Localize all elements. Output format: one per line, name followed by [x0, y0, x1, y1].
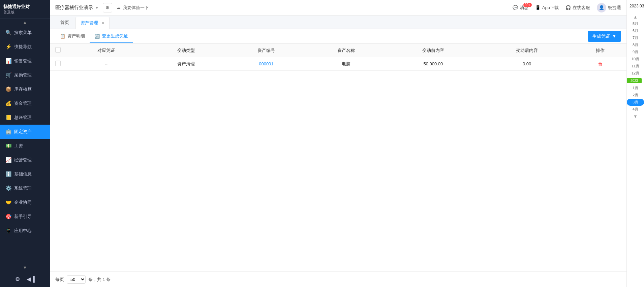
- timeline-month[interactable]: 10月: [627, 56, 644, 63]
- sidebar-item-app-center[interactable]: 📱 应用中心: [0, 224, 50, 238]
- tab-asset-management[interactable]: 资产管理 ✕: [75, 17, 110, 29]
- app-logo: 畅捷通好业财 普及版: [0, 0, 50, 19]
- sidebar-item-search-menu[interactable]: 🔍 搜索菜单: [0, 26, 50, 40]
- sidebar-item-ledger[interactable]: 📒 总账管理: [0, 110, 50, 125]
- sidebar-bottom-bar: ⚙ ◀▐: [0, 271, 50, 287]
- timeline-scroll-up[interactable]: ▲: [627, 13, 644, 20]
- topbar: 医疗器械行业演示 ▼ ⚙ ☁ 我要体验一下 💬 消息 99+ 📱 App下载 🎧…: [50, 0, 626, 15]
- row-after-change-cell: 0.00: [480, 57, 574, 71]
- sidebar-label-basic-info: 基础信息: [14, 171, 32, 177]
- sidebar-item-guide[interactable]: 🎯 新手引导: [0, 210, 50, 224]
- sidebar-scroll-up[interactable]: ▲: [0, 19, 50, 26]
- row-change-type-cell: 资产清理: [146, 57, 226, 71]
- timeline-month[interactable]: 11月: [627, 63, 644, 70]
- select-all-checkbox[interactable]: [55, 47, 61, 53]
- total-label: 条，共 1 条: [88, 277, 111, 283]
- sidebar-label-purchase: 采购管理: [14, 72, 32, 78]
- asset-change-table: 对应凭证 变动类型 资产编号 资产名称 变动前内容 变动后内容 操作: [50, 44, 626, 71]
- messages-button[interactable]: 💬 消息 99+: [513, 5, 528, 11]
- sidebar-label-guide: 新手引导: [14, 214, 32, 220]
- sidebar-item-system[interactable]: ⚙️ 系统管理: [0, 181, 50, 195]
- experience-label: 我要体验一下: [123, 5, 149, 11]
- timeline-month[interactable]: 12月: [627, 70, 644, 77]
- sidebar-label-ledger: 总账管理: [14, 115, 32, 121]
- sidebar: 畅捷通好业财 普及版 ▲ 🔍 搜索菜单⚡ 快捷导航📊 销售管理🛒 采购管理📦 库…: [0, 0, 50, 287]
- timeline-month[interactable]: 9月: [627, 49, 644, 56]
- timeline-month[interactable]: 5月: [627, 20, 644, 27]
- system-icon: ⚙️: [5, 185, 11, 191]
- company-arrow-icon: ▼: [95, 6, 99, 10]
- table-row: -- 资产清理 000001 电脑 50,000.00 0.00 🗑: [50, 57, 626, 71]
- col-operation: 操作: [574, 44, 626, 57]
- operations-icon: 📈: [5, 157, 11, 163]
- sidebar-scroll-down[interactable]: ▼: [0, 264, 50, 271]
- sidebar-item-purchase[interactable]: 🛒 采购管理: [0, 68, 50, 82]
- app-edition: 普及版: [3, 10, 47, 14]
- app-center-icon: 📱: [5, 228, 11, 234]
- user-profile-button[interactable]: 👤 畅捷通: [597, 3, 621, 12]
- sub-tab-asset-detail[interactable]: 📋 资产明细: [55, 30, 90, 43]
- topbar-right: 💬 消息 99+ 📱 App下载 🎧 在线客服 👤 畅捷通: [513, 3, 621, 12]
- sub-tab-change-voucher[interactable]: 🔄 变更生成凭证: [90, 30, 133, 43]
- close-tab-icon[interactable]: ✕: [101, 21, 104, 25]
- year-label-2023: 2023: [627, 78, 642, 83]
- sidebar-item-enterprise[interactable]: 🤝 企业协同: [0, 195, 50, 210]
- sidebar-item-operations[interactable]: 📈 经营管理: [0, 153, 50, 167]
- col-asset-code: 资产编号: [226, 44, 306, 57]
- row-select-cell: [50, 57, 66, 71]
- right-panel-title: 2023.03: [630, 4, 644, 8]
- sidebar-item-finance[interactable]: 💰 资金管理: [0, 96, 50, 110]
- row-checkbox[interactable]: [55, 61, 61, 66]
- sales-icon: 📊: [5, 58, 11, 64]
- sidebar-item-inventory[interactable]: 📦 库存核算: [0, 82, 50, 96]
- collapse-icon[interactable]: ◀▐: [25, 274, 36, 284]
- per-page-select[interactable]: 50 10 20 100: [67, 275, 86, 284]
- sidebar-label-inventory: 库存核算: [14, 86, 32, 92]
- timeline-month[interactable]: 6月: [627, 27, 644, 34]
- online-support-label: 在线客服: [573, 5, 590, 11]
- finance-icon: 💰: [5, 100, 11, 106]
- row-voucher-cell: --: [66, 57, 146, 71]
- message-icon: 💬: [513, 5, 518, 10]
- sidebar-item-sales[interactable]: 📊 销售管理: [0, 54, 50, 68]
- sidebar-item-quick-nav[interactable]: ⚡ 快捷导航: [0, 40, 50, 54]
- experience-icon: ☁: [116, 5, 121, 10]
- purchase-icon: 🛒: [5, 72, 11, 78]
- timeline-month[interactable]: 3月: [627, 99, 644, 106]
- asset-code-link[interactable]: 000001: [259, 61, 273, 66]
- col-change-type: 变动类型: [146, 44, 226, 57]
- sidebar-label-quick-nav: 快捷导航: [14, 44, 32, 50]
- experience-button[interactable]: ☁ 我要体验一下: [116, 5, 149, 11]
- timeline-month[interactable]: 4月: [627, 106, 644, 113]
- content-area: 📋 资产明细 🔄 变更生成凭证 生成凭证 ▼ 对应凭证: [50, 29, 626, 287]
- sidebar-label-operations: 经营管理: [14, 157, 32, 163]
- company-selector[interactable]: 医疗器械行业演示 ▼: [55, 5, 99, 11]
- sidebar-label-system: 系统管理: [14, 185, 32, 191]
- sidebar-item-basic-info[interactable]: ℹ️ 基础信息: [0, 167, 50, 181]
- messages-badge: 99+: [523, 3, 532, 7]
- timeline: ▲ 5月6月7月8月9月10月11月12月 2023 1月2月3月4月 ▼: [627, 12, 644, 287]
- tab-home[interactable]: 首页: [55, 17, 74, 29]
- sidebar-label-fixed-assets: 固定资产: [14, 129, 32, 135]
- sidebar-item-payroll[interactable]: 💵 工资: [0, 139, 50, 153]
- ledger-icon: 📒: [5, 115, 11, 121]
- sidebar-item-fixed-assets[interactable]: 🏢 固定资产: [0, 125, 50, 139]
- sidebar-label-finance: 资金管理: [14, 100, 32, 106]
- online-support-button[interactable]: 🎧 在线客服: [565, 5, 590, 11]
- basic-info-icon: ℹ️: [5, 171, 11, 177]
- row-asset-name-cell: 电脑: [306, 57, 387, 71]
- delete-icon[interactable]: 🗑: [598, 61, 603, 67]
- enterprise-icon: 🤝: [5, 199, 11, 205]
- timeline-month[interactable]: 1月: [627, 85, 644, 92]
- sidebar-label-payroll: 工资: [14, 143, 23, 149]
- col-select: [50, 44, 66, 57]
- settings-button[interactable]: ⚙: [103, 3, 112, 12]
- timeline-month[interactable]: 2月: [627, 92, 644, 99]
- timeline-month[interactable]: 8月: [627, 41, 644, 49]
- data-table-wrapper: 对应凭证 变动类型 资产编号 资产名称 变动前内容 变动后内容 操作: [50, 44, 626, 272]
- settings-icon[interactable]: ⚙: [13, 274, 22, 284]
- generate-voucher-button[interactable]: 生成凭证 ▼: [588, 31, 621, 42]
- timeline-month[interactable]: 7月: [627, 34, 644, 41]
- app-download-button[interactable]: 📱 App下载: [535, 5, 559, 11]
- timeline-scroll-down[interactable]: ▼: [627, 113, 644, 120]
